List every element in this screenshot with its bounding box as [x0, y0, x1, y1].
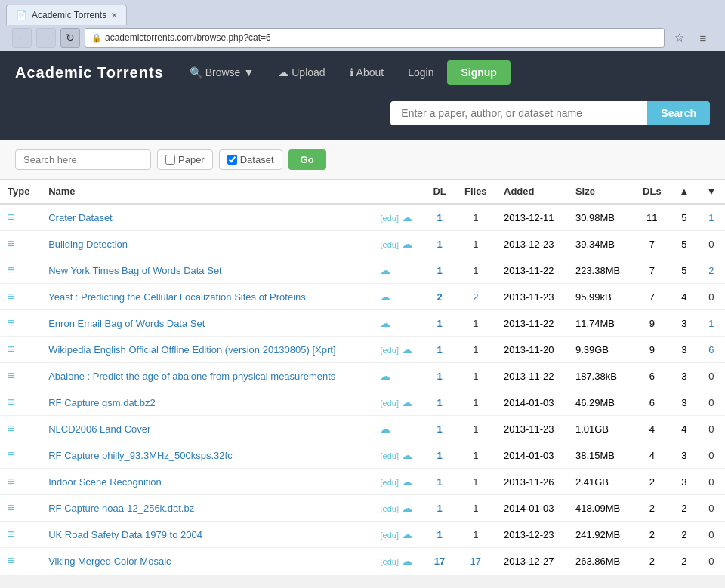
torrent-link[interactable]: Wikipedia English Official Offline Editi… — [48, 344, 335, 356]
tab-close-button[interactable]: × — [111, 9, 117, 21]
download-icon[interactable]: ☁ — [402, 211, 412, 223]
row-size: 2.41GB — [568, 469, 634, 495]
nav-upload[interactable]: ☁ Upload — [267, 60, 335, 85]
down-count: 0 — [708, 529, 714, 540]
torrent-link[interactable]: NLCD2006 Land Cover — [48, 423, 150, 435]
torrent-link[interactable]: Indoor Scene Recognition — [48, 476, 162, 488]
files-count: 1 — [473, 503, 478, 514]
download-icon[interactable]: ☁ — [402, 528, 412, 540]
login-label: Login — [408, 66, 433, 79]
row-edu: ☁ — [372, 257, 424, 284]
forward-button[interactable]: → — [36, 28, 56, 48]
torrent-link[interactable]: Abalone : Predict the age of abalone fro… — [48, 371, 335, 382]
refresh-button[interactable]: ↻ — [60, 28, 80, 48]
address-bar[interactable]: 🔒 academictorrents.com/browse.php?cat=6 — [85, 28, 665, 48]
download-icon[interactable]: ☁ — [380, 423, 390, 435]
download-icon[interactable]: ☁ — [380, 291, 390, 303]
row-dls: 2 — [634, 495, 671, 522]
torrent-link[interactable]: New York Times Bag of Words Data Set — [48, 265, 222, 276]
edu-badge[interactable]: [edu] — [380, 214, 398, 223]
signup-label: Signup — [461, 66, 496, 79]
col-up[interactable]: ▲ — [671, 180, 698, 204]
row-dl: 1 — [424, 389, 455, 416]
row-up: 3 — [671, 337, 698, 363]
edu-badge[interactable]: [edu] — [380, 399, 398, 408]
added-date: 2013-11-26 — [504, 476, 554, 488]
torrent-link[interactable]: RF Capture noaa-12_256k.dat.bz — [48, 503, 194, 514]
edu-badge[interactable]: [edu] — [380, 557, 398, 566]
download-icon[interactable]: ☁ — [402, 449, 412, 461]
edu-badge[interactable]: [edu] — [380, 240, 398, 249]
nav-about[interactable]: ℹ About — [339, 60, 395, 85]
files-count: 1 — [473, 239, 478, 250]
nav-browse[interactable]: 🔍 Browse ▼ — [179, 60, 265, 85]
row-down: 0 — [698, 495, 725, 522]
col-files[interactable]: Files — [455, 180, 496, 204]
list-icon: ≡ — [8, 422, 14, 435]
edu-badge[interactable]: [edu] — [380, 346, 398, 355]
row-added: 2013-12-27 — [496, 548, 568, 574]
paper-checkbox[interactable] — [165, 155, 175, 165]
row-dls: 2 — [634, 469, 671, 495]
added-date: 2013-11-22 — [504, 318, 554, 329]
torrent-link[interactable]: Viking Merged Color Mosaic — [48, 556, 171, 567]
dataset-checkbox[interactable] — [227, 155, 237, 165]
row-dls: 9 — [634, 337, 671, 363]
dataset-filter[interactable]: Dataset — [219, 149, 282, 170]
edu-badge[interactable]: [edu] — [380, 531, 398, 540]
paper-filter[interactable]: Paper — [157, 149, 213, 170]
torrent-link[interactable]: RF Capture philly_93.3MHz_500ksps.32fc — [48, 450, 233, 461]
dls-count: 7 — [649, 265, 655, 276]
col-dls[interactable]: DLs — [634, 180, 671, 204]
download-icon[interactable]: ☁ — [402, 396, 412, 408]
edu-badge[interactable]: [edu] — [380, 504, 398, 513]
menu-button[interactable]: ≡ — [693, 28, 713, 48]
row-edu: [edu] ☁ — [372, 469, 424, 495]
added-date: 2013-11-22 — [504, 371, 554, 382]
list-icon: ≡ — [8, 316, 14, 329]
row-name: New York Times Bag of Words Data Set — [41, 257, 372, 284]
download-icon[interactable]: ☁ — [402, 238, 412, 250]
down-count: 0 — [708, 291, 714, 303]
search-input[interactable] — [390, 101, 647, 125]
download-icon[interactable]: ☁ — [402, 502, 412, 514]
download-icon[interactable]: ☁ — [402, 555, 412, 567]
nav-signup[interactable]: Signup — [447, 60, 510, 85]
filter-search-input[interactable] — [15, 149, 151, 170]
row-type: ≡ — [0, 548, 41, 574]
files-count: 1 — [473, 371, 478, 382]
torrent-link[interactable]: Crater Dataset — [48, 212, 113, 223]
row-added: 2013-11-26 — [496, 469, 568, 495]
torrent-link[interactable]: RF Capture gsm.dat.bz2 — [48, 397, 156, 408]
edu-badge[interactable]: [edu] — [380, 478, 398, 487]
added-date: 2014-01-03 — [504, 450, 554, 461]
row-files: 2 — [455, 284, 496, 310]
download-icon[interactable]: ☁ — [402, 343, 412, 356]
row-dl: 1 — [424, 495, 455, 522]
back-button[interactable]: ← — [12, 28, 32, 48]
row-dls: 7 — [634, 284, 671, 310]
edu-badge[interactable]: [edu] — [380, 451, 398, 460]
torrent-link[interactable]: Enron Email Bag of Words Data Set — [48, 318, 205, 329]
torrent-link[interactable]: UK Road Safety Data 1979 to 2004 — [48, 529, 202, 540]
torrent-link[interactable]: Building Detection — [48, 239, 128, 250]
down-count: 0 — [708, 476, 714, 488]
download-icon[interactable]: ☁ — [380, 370, 390, 382]
about-label: About — [356, 66, 384, 79]
col-added[interactable]: Added — [496, 180, 568, 204]
row-edu: [edu] ☁ — [372, 495, 424, 522]
browser-tab[interactable]: 📄 Academic Torrents × — [6, 5, 127, 25]
bookmark-button[interactable]: ☆ — [669, 28, 689, 48]
col-size[interactable]: Size — [568, 180, 634, 204]
added-date: 2013-11-20 — [504, 344, 554, 356]
col-dl[interactable]: DL — [424, 180, 455, 204]
torrent-link[interactable]: Yeast : Predicting the Cellular Localiza… — [48, 291, 306, 303]
go-button[interactable]: Go — [288, 149, 326, 170]
row-size: 187.38kB — [568, 363, 634, 389]
col-down[interactable]: ▼ — [698, 180, 725, 204]
search-button[interactable]: Search — [647, 101, 710, 125]
download-icon[interactable]: ☁ — [380, 264, 390, 276]
nav-login[interactable]: Login — [397, 60, 444, 85]
download-icon[interactable]: ☁ — [402, 476, 412, 488]
download-icon[interactable]: ☁ — [380, 317, 390, 329]
